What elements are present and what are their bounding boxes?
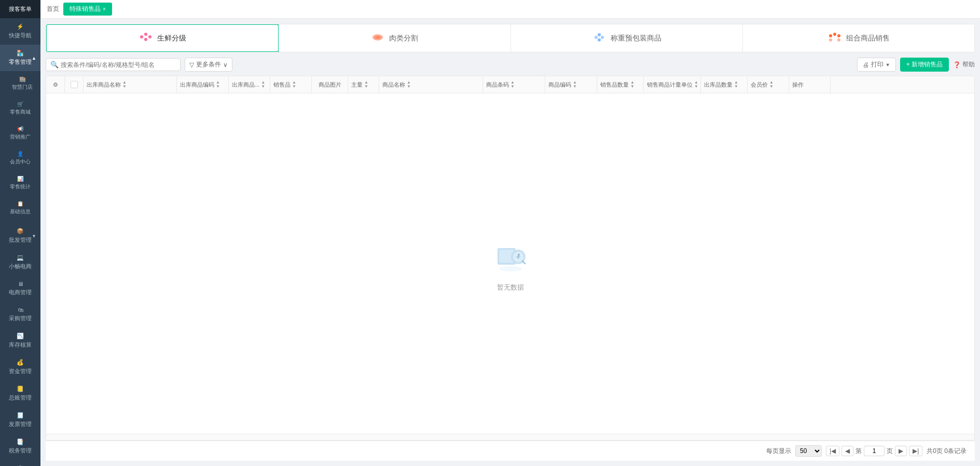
th-setting[interactable]: ⚙ — [46, 76, 65, 93]
fresh-tab-label: 生鲜分级 — [157, 34, 186, 43]
svg-point-20 — [518, 254, 520, 256]
tab-weight[interactable]: 称重预包装商品 — [511, 24, 743, 52]
sort-outname[interactable]: ▲▼ — [122, 80, 127, 89]
retailstat-icon: 📊 — [17, 176, 23, 182]
th-img: 商品图片 — [312, 76, 348, 93]
sort-barcode[interactable]: ▲▼ — [510, 80, 515, 89]
horizontal-scroll[interactable] — [46, 434, 974, 440]
empty-text: 暂无数据 — [497, 283, 524, 292]
marketing-icon: 📢 — [17, 126, 23, 132]
help-label: 帮助 — [962, 60, 975, 69]
table-container: ⚙ 出库商品名称 ▲▼ 出库商品编码 ▲▼ 出库商品... ▲▼ — [46, 76, 975, 441]
retail-arrow: ▲ — [32, 56, 36, 61]
sidebar-item-retailstat[interactable]: 📊 零售统计 — [0, 171, 40, 196]
quick-icon: ⚡ — [17, 23, 24, 30]
sidebar-item-mall[interactable]: 🛒 零售商城 — [0, 96, 40, 121]
sidebar-item-marketing[interactable]: 📢 营销推广 — [0, 121, 40, 146]
pagination: 每页显示 50 10 20 100 |◀ ◀ 第 页 ▶ ▶| 共0页 0条记录 — [46, 441, 975, 461]
sort-main[interactable]: ▲▼ — [364, 80, 368, 89]
sort-goodsname[interactable]: ▲▼ — [407, 80, 411, 89]
member-icon: 👤 — [17, 151, 23, 157]
sort-price[interactable]: ▲▼ — [769, 80, 774, 89]
wholesale-icon: 📦 — [17, 228, 24, 235]
mall-icon: 🛒 — [17, 101, 23, 107]
svg-point-2 — [148, 35, 151, 38]
filter-button[interactable]: ▽ 更多条件 ∨ — [185, 58, 232, 72]
sidebar-item-member[interactable]: 👤 会员中心 — [0, 146, 40, 171]
sort-outspec[interactable]: ▲▼ — [261, 80, 265, 89]
sidebar-item-quick[interactable]: ⚡ 快捷导航 — [0, 18, 40, 45]
header-checkbox[interactable] — [71, 81, 78, 88]
type-tabs: 生鲜分级 肉类分割 — [46, 24, 975, 52]
page-next[interactable]: ▶ — [895, 446, 907, 456]
svg-point-8 — [601, 36, 604, 39]
help-button[interactable]: ❓ 帮助 — [953, 60, 975, 69]
print-button[interactable]: 🖨 打印 ▼ — [857, 58, 896, 72]
tax-icon: 📑 — [17, 438, 24, 445]
tab-fresh[interactable]: 生鲜分级 — [46, 24, 279, 52]
svg-point-6 — [595, 36, 598, 39]
breadcrumb-home[interactable]: 首页 — [47, 5, 59, 13]
purchase-icon: 🛍 — [18, 307, 23, 313]
tab-combo[interactable]: 组合商品销售 — [743, 24, 974, 52]
total-label: 共0页 0条记录 — [927, 447, 967, 456]
sort-saleqty[interactable]: ▲▼ — [630, 80, 634, 89]
search-input[interactable] — [61, 61, 175, 68]
weight-tab-label: 称重预包装商品 — [611, 34, 661, 43]
per-page-label: 每页显示 — [766, 447, 791, 456]
svg-point-10 — [829, 34, 832, 37]
sidebar-item-retail[interactable]: 🏪 零售管理 ▲ — [0, 45, 40, 71]
print-label: 打印 — [871, 60, 884, 69]
svg-point-12 — [837, 34, 840, 37]
tab-close[interactable]: × — [103, 6, 106, 12]
th-goodsname: 商品名称 ▲▼ — [379, 76, 483, 93]
filter-label: 更多条件 — [196, 60, 221, 69]
sidebar-item-ecommerce[interactable]: 💻 小畅电商 — [0, 249, 40, 276]
main-content: 首页 特殊销售品 × 生鲜分级 — [40, 0, 980, 466]
sidebar-item-wholesale[interactable]: 📦 批发管理 ▼ — [0, 223, 40, 249]
sort-unit[interactable]: ▲▼ — [694, 80, 698, 89]
th-check[interactable] — [65, 76, 84, 93]
page-nav: |◀ ◀ 第 页 ▶ ▶| — [826, 446, 922, 456]
table-header: ⚙ 出库商品名称 ▲▼ 出库商品编码 ▲▼ 出库商品... ▲▼ — [46, 76, 974, 93]
add-button[interactable]: + 新增销售品 — [900, 58, 949, 72]
sidebar-item-inventory[interactable]: 📉 库存核算 — [0, 327, 40, 354]
sidebar-item-smartstore[interactable]: 🏬 智慧门店 — [0, 71, 40, 96]
page-last[interactable]: ▶| — [909, 446, 922, 456]
sidebar-item-tax[interactable]: 📑 税务管理 — [0, 433, 40, 460]
page-input[interactable] — [864, 446, 885, 456]
th-saleqty: 销售品数量 ▲▼ — [597, 76, 644, 93]
per-page-select[interactable]: 50 10 20 100 — [795, 445, 822, 457]
sidebar-item-ecommercemgr[interactable]: 🖥 电商管理 — [0, 276, 40, 301]
svg-point-9 — [598, 38, 601, 42]
toolbar-left: 🔍 ▽ 更多条件 ∨ — [46, 58, 232, 72]
page-prev[interactable]: ◀ — [841, 446, 853, 456]
sort-outcode[interactable]: ▲▼ — [216, 80, 220, 89]
tab-label: 特殊销售品 — [70, 5, 101, 13]
sidebar-item-basicinfo1[interactable]: 📋 基础信息 — [0, 196, 40, 221]
wholesale-arrow: ▼ — [32, 234, 36, 239]
sidebar-item-finance[interactable]: 💰 资金管理 — [0, 354, 40, 380]
sort-sale[interactable]: ▲▼ — [292, 80, 296, 89]
meat-tab-icon — [370, 32, 385, 45]
th-price: 会员价 ▲▼ — [748, 76, 789, 93]
search-box[interactable]: 🔍 — [46, 58, 181, 71]
finance-icon: 💰 — [17, 359, 24, 366]
th-unit: 销售商品计量单位 ▲▼ — [644, 76, 701, 93]
topbar: 首页 特殊销售品 × — [40, 0, 980, 19]
sidebar-item-invoice[interactable]: 🧾 发票管理 — [0, 407, 40, 433]
active-tab[interactable]: 特殊销售品 × — [63, 3, 112, 16]
th-barcode: 商品条码 ▲▼ — [483, 76, 545, 93]
sort-goodscode[interactable]: ▲▼ — [573, 80, 577, 89]
sidebar-item-assets[interactable]: 🏢 固定资产 — [0, 460, 40, 466]
svg-point-5 — [375, 36, 381, 39]
filter-icon: ▽ — [189, 61, 194, 68]
th-outspec: 出库商品... ▲▼ — [229, 76, 270, 93]
retail-icon: 🏪 — [17, 50, 24, 57]
sidebar-item-ledger[interactable]: 📒 总账管理 — [0, 380, 40, 407]
page-first[interactable]: |◀ — [826, 446, 839, 456]
sidebar-item-purchase[interactable]: 🛍 采购管理 — [0, 301, 40, 327]
sort-outqty[interactable]: ▲▼ — [734, 80, 738, 89]
print-icon: 🖨 — [863, 61, 869, 68]
tab-meat[interactable]: 肉类分割 — [279, 24, 510, 52]
